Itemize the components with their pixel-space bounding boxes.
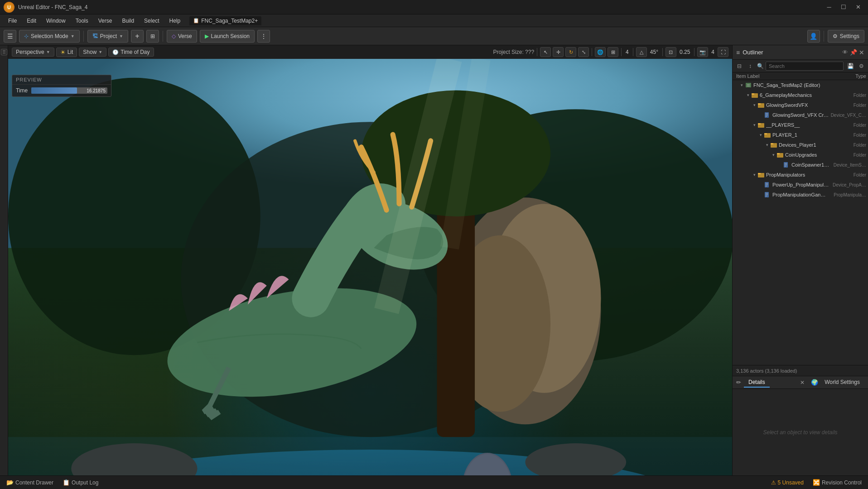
tree-expand-arrow[interactable]: ▾ [764, 142, 770, 148]
tree-item[interactable]: 👁PowerUp_PropManipula…Device_PropA… [733, 180, 868, 190]
lit-button[interactable]: ☀ Lit [56, 48, 77, 57]
project-tab-icon: 📋 [193, 18, 199, 24]
menu-select[interactable]: Select [140, 16, 164, 25]
outliner-save-btn[interactable]: 💾 [845, 62, 855, 71]
svg-rect-31 [777, 153, 780, 154]
sort-btn[interactable]: ↕ [745, 62, 755, 71]
tree-expand-arrow[interactable] [757, 182, 764, 188]
folder-icon [770, 141, 777, 149]
unsaved-indicator[interactable]: ⚠ 5 Unsaved [768, 479, 806, 487]
tree-item[interactable]: 👁▾GlowingSwordVFXFolder [733, 100, 868, 110]
menu-tools[interactable]: Tools [71, 16, 93, 25]
tree-item[interactable]: 👁▾__PLAYERS__Folder [733, 120, 868, 130]
menu-verse[interactable]: Verse [94, 16, 117, 25]
toolbar-grid-btn[interactable]: ⊞ [146, 30, 159, 43]
toolbar-more-btn[interactable]: ⋮ [257, 30, 270, 43]
tree-item-type: Folder [830, 93, 866, 98]
launch-session-button[interactable]: ▶ Launch Session [200, 30, 255, 43]
toolbar-menu-btn[interactable]: ☰ [4, 30, 16, 43]
camera-icon[interactable]: 📷 [697, 47, 708, 57]
select-tool-btn[interactable]: ↖ [540, 47, 551, 57]
toolbar-add-btn[interactable]: + [131, 30, 144, 43]
menu-build[interactable]: Build [117, 16, 139, 25]
scale-tool-btn[interactable]: ⤡ [578, 47, 589, 57]
tree-item[interactable]: 👁▾Devices_Player1Folder [733, 140, 868, 150]
tree-expand-arrow[interactable]: ▾ [751, 172, 757, 178]
world-settings-tab-label[interactable]: World Settings [820, 378, 864, 388]
tree-expand-arrow[interactable]: ▾ [745, 92, 751, 98]
maximize-viewport-btn[interactable]: ⛶ [718, 47, 728, 57]
outliner-view-btns: 💾 ⚙ [845, 62, 866, 71]
tree-item[interactable]: 👁CoinSpawner1Pla…Device_ItemS… [733, 160, 868, 170]
verse-label: Verse [178, 33, 192, 39]
close-button[interactable]: ✕ [852, 3, 864, 12]
status-right: ⚠ 5 Unsaved 🔀 Revision Control [768, 478, 864, 487]
account-btn[interactable]: 👤 [807, 30, 820, 43]
outliner-close-btn[interactable]: ✕ [859, 49, 864, 56]
content-drawer-btn[interactable]: 📂 Content Drawer [4, 478, 56, 487]
tree-item[interactable]: 👁GlowingSword_VFX Cre…Device_VFX_C… [733, 110, 868, 120]
tree-expand-arrow[interactable] [757, 192, 764, 198]
time-of-day-button[interactable]: 🕐 Time of Day [108, 48, 154, 57]
tree-item[interactable]: 👁▾CoinUpgradesFolder [733, 150, 868, 160]
globe-btn[interactable]: 🌐 [595, 47, 606, 57]
scale-icon[interactable]: ⊡ [665, 47, 676, 57]
menu-file[interactable]: File [4, 16, 21, 25]
title-bar-controls[interactable]: ─ ☐ ✕ [823, 3, 864, 12]
details-close-btn[interactable]: ✕ [800, 379, 805, 386]
filter-btn[interactable]: ⊟ [734, 62, 744, 71]
tree-item[interactable]: 👁▾6_GameplayMechanicsFolder [733, 90, 868, 100]
output-log-btn[interactable]: 📋 Output Log [60, 478, 101, 487]
move-tool-btn[interactable]: ✛ [553, 47, 564, 57]
tree-item[interactable]: 👁▾FNC_Saga_TestMap2 (Editor) [733, 80, 868, 90]
menu-edit[interactable]: Edit [22, 16, 41, 25]
svg-rect-20 [752, 93, 754, 95]
tree-item-type: Folder [830, 123, 866, 128]
settings-button[interactable]: ⚙ Settings [828, 30, 864, 43]
menu-help[interactable]: Help [164, 16, 185, 25]
outliner-eye-btn[interactable]: 👁 [842, 49, 848, 56]
project-button[interactable]: 🏗 Project ▼ [87, 30, 128, 43]
tree-expand-arrow[interactable] [776, 162, 783, 168]
snap-btn[interactable]: ⊞ [608, 47, 618, 57]
svg-rect-25 [758, 123, 761, 125]
tree-expand-arrow[interactable] [757, 112, 764, 118]
tree-item[interactable]: 👁▾PLAYER_1Folder [733, 130, 868, 140]
viewport-container[interactable]: Perspective ▼ ☀ Lit Show ▼ 🕐 Time of Day… [8, 45, 732, 475]
tree-item[interactable]: 👁PropManipulationGan…PropManipula… [733, 190, 868, 200]
details-tab[interactable]: Details [744, 378, 770, 388]
maximize-button[interactable]: ☐ [837, 3, 850, 12]
show-button[interactable]: Show ▼ [79, 48, 106, 57]
tree-expand-arrow[interactable]: ▾ [770, 152, 776, 158]
details-header: ✏ Details ✕ 🌍 World Settings [733, 376, 868, 389]
col-type-header: Type [830, 73, 866, 79]
verse-button[interactable]: ◇ Verse [167, 30, 197, 43]
project-tab[interactable]: 📋 FNC_Saga_TestMap2+ [189, 16, 261, 25]
content-drawer-label: Content Drawer [15, 479, 53, 486]
tree-expand-arrow[interactable]: ▾ [738, 82, 745, 88]
tree-expand-arrow[interactable]: ▾ [751, 122, 757, 128]
viewport-canvas[interactable]: PREVIEW Time 16.21875 [8, 59, 732, 475]
menu-window[interactable]: Window [42, 16, 70, 25]
svg-rect-18 [746, 83, 751, 87]
sidebar-toggle[interactable]: ☰ [1, 49, 7, 55]
tree-item-type: Folder [830, 103, 866, 108]
outliner-search-input[interactable] [766, 62, 844, 71]
outliner-settings-btn[interactable]: ⚙ [856, 62, 866, 71]
project-label: Project [100, 33, 117, 39]
minimize-button[interactable]: ─ [823, 3, 835, 12]
angle-icon[interactable]: △ [636, 47, 647, 57]
outliner-pin-btn[interactable]: 📌 [850, 49, 857, 56]
rotate-tool-btn[interactable]: ↻ [565, 47, 576, 57]
tree-item[interactable]: 👁▾PropManipulatorsFolder [733, 170, 868, 180]
tree-item-name: PropManipulationGan… [772, 192, 830, 197]
tree-expand-arrow[interactable]: ▾ [757, 132, 764, 138]
preview-time-bar[interactable]: 16.21875 [31, 87, 107, 94]
perspective-button[interactable]: Perspective ▼ [12, 48, 54, 57]
folder-icon [757, 101, 765, 109]
revision-control-btn[interactable]: 🔀 Revision Control [810, 478, 864, 487]
selection-mode-button[interactable]: ⊹ Selection Mode ▼ [19, 30, 80, 43]
time-label: Time of Day [121, 49, 149, 55]
outliner-search-bar: ⊟ ↕ 🔍 💾 ⚙ [733, 60, 868, 72]
tree-expand-arrow[interactable]: ▾ [751, 102, 757, 108]
